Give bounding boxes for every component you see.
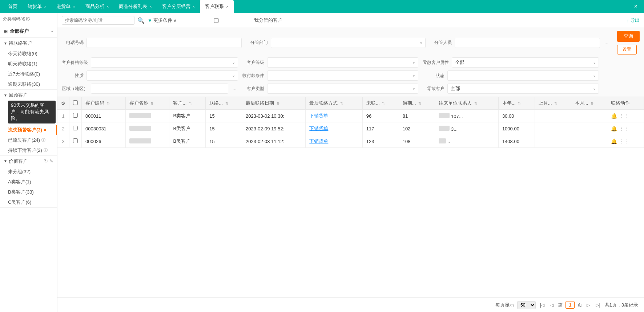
row-1-checkbox[interactable] [73,113,78,118]
row-3-checkbox[interactable] [73,138,78,143]
search-button[interactable]: 🔍 [137,17,145,24]
row-2-checkbox[interactable] [73,126,78,130]
chat-icon-1[interactable]: 🔔 [611,113,617,119]
row-last-month-3 [535,135,571,148]
sidebar-item-overdue-pending[interactable]: 逾期未联络(30) [0,79,57,89]
nav-product-analysis[interactable]: 商品分析 × [80,0,114,13]
more-filter-button[interactable]: ▼ 更多条件 ∧ [148,17,177,24]
chat-icon-2[interactable]: 🔔 [611,126,617,131]
edit-icon[interactable]: ✎ [49,158,53,164]
more-icon-2[interactable]: ⋮⋮ [619,126,629,131]
sort-person-icon[interactable]: ⇅ [474,101,477,105]
sort-method-icon[interactable]: ⇅ [340,101,343,105]
sidebar-item-7days-pending[interactable]: 近7天待联络(0) [0,69,57,79]
nav-customer-contact[interactable]: 客户联系 × [200,0,233,13]
payment-select[interactable]: ∨ [267,70,419,81]
customer-table: ⚙ 客户编码 ⇅ 客户名称 ⇅ 客户... ⇅ [57,97,644,148]
sidebar-group-pending: ▼ 待联络客户 今天待联络(0) 明天待联络(1) 近7天待联络(0) 逾期未联… [0,38,57,90]
price-grade-select[interactable]: ∨ [91,57,238,68]
col-actions: 联络动作 [607,97,644,110]
row-name-3 [125,135,169,148]
more-icon-1[interactable]: ⋮⋮ [619,113,629,119]
sidebar-item-ungroup[interactable]: 未分组(32) [0,167,57,177]
select-all-checkbox[interactable] [73,100,78,105]
close-product-list-tab[interactable]: × [149,4,152,9]
manager-input[interactable] [455,38,600,48]
method-link-1[interactable]: 下销货单 [309,113,328,118]
chat-icon-3[interactable]: 🔔 [611,138,617,144]
sort-contact-icon[interactable]: ⇅ [225,101,228,105]
customer-grade-select[interactable]: ∨ [267,57,419,68]
sort-year-icon[interactable]: ⇅ [518,101,521,105]
nav-home[interactable]: 首页 [3,0,23,13]
more-icon-3[interactable]: ⋮⋮ [619,138,629,144]
value-group-actions: ↻ ✎ [44,158,53,164]
sidebar-item-churn-warning[interactable]: 流失预警客户(3) ● [0,125,57,135]
phone-input[interactable] [86,38,242,48]
nav-sales[interactable]: 销货单 × [23,0,51,13]
close-product-tab[interactable]: × [106,4,109,9]
col-code: 客户编码 ⇅ [82,97,126,110]
row-this-month-1 [571,110,607,122]
method-link-2[interactable]: 下销货单 [309,126,328,131]
method-link-3[interactable]: 下销货单 [309,138,328,144]
sidebar-item-c-class[interactable]: C类客户(6) [0,197,57,207]
row-name-2 [125,122,169,135]
page-nav-next[interactable]: ▷ [585,302,591,308]
sidebar-search-input[interactable] [3,16,57,21]
per-page-select[interactable]: 50 100 200 [517,301,536,309]
search-input[interactable] [62,16,134,25]
sidebar-all-customers[interactable]: ⊞ 全部客户 « [0,25,57,38]
region-dots[interactable]: ··· [231,86,238,92]
sidebar-item-a-class[interactable]: A类客户(1) [0,177,57,187]
sort-overdue-icon[interactable]: ⇅ [418,101,421,105]
sidebar-item-tomorrow-pending[interactable]: 明天待联络(1) [0,59,57,69]
nature-select[interactable]: ∨ [86,70,238,81]
sort-unlink-icon[interactable]: ⇅ [382,101,385,105]
page-nav-first[interactable]: |◁ [539,302,546,308]
nav-customer-tier[interactable]: 客户分层经营 × [157,0,200,13]
export-button[interactable]: ↑ 导出 [627,17,640,24]
customer-type-select[interactable]: ∨ [267,84,419,94]
sort-name-icon[interactable]: ⇅ [150,101,153,105]
row-code-3: 000026 [82,135,126,148]
dept-select[interactable]: ∨ [271,38,426,48]
close-customer-contact-tab[interactable]: × [226,4,228,9]
retail-customer-select[interactable]: 全部 ∨ [447,84,599,94]
sidebar-item-churned[interactable]: 已流失客户(24) ⓘ [0,135,57,145]
close-purchase-tab[interactable]: × [73,4,75,9]
sort-code-icon[interactable]: ⇅ [107,101,110,105]
price-grade-label: 客户价格等级 [62,60,88,66]
sort-type-icon[interactable]: ⇅ [189,101,192,105]
sidebar-group-pending-header[interactable]: ▼ 待联络客户 [0,38,57,49]
sidebar-group-value-header[interactable]: ▼ 价值客户 ↻ ✎ [0,156,57,167]
sort-this-month-icon[interactable]: ⇅ [591,101,593,105]
sidebar-item-declining[interactable]: 持续下滑客户(2) ⓘ [0,145,57,155]
settings-button[interactable]: 设置 [617,45,637,54]
window-close-button[interactable]: × [631,3,641,10]
page-nav-last[interactable]: ▷| [594,302,601,308]
col-last-date: 最后联络日期 ⇅ [242,97,306,110]
close-sales-tab[interactable]: × [44,4,46,9]
retail-attr-select[interactable]: 全部 ∨ [452,57,599,68]
nav-purchase[interactable]: 进货单 × [51,0,80,13]
region-input[interactable] [91,84,228,94]
sidebar-group-review-header[interactable]: ▼ 回顾客户 [0,90,57,101]
sort-last-month-icon[interactable]: ⇅ [554,101,557,105]
row-actions-1: 🔔 ⋮⋮ [607,110,644,122]
my-customers-check[interactable] [180,18,253,23]
nature-chevron: ∨ [232,74,235,78]
nav-product-list[interactable]: 商品分析列表 × [114,0,157,13]
page-nav-prev[interactable]: ◁ [549,302,555,308]
close-customer-tier-tab[interactable]: × [193,4,195,9]
refresh-icon[interactable]: ↻ [44,158,48,164]
table-area: ⚙ 客户编码 ⇅ 客户名称 ⇅ 客户... ⇅ [57,97,644,297]
manager-dots[interactable]: ··· [603,40,610,45]
query-button[interactable]: 查询 [617,31,640,42]
sidebar-item-today-pending[interactable]: 今天待联络(0) [0,49,57,59]
sort-date-icon[interactable]: ⇅ [277,101,279,105]
row-year-1: 30.00 [498,110,535,122]
status-select[interactable]: ∨ [447,70,599,81]
my-customers-checkbox[interactable]: 我分管的客户 [180,17,282,24]
sidebar-item-b-class[interactable]: B类客户(33) [0,187,57,197]
